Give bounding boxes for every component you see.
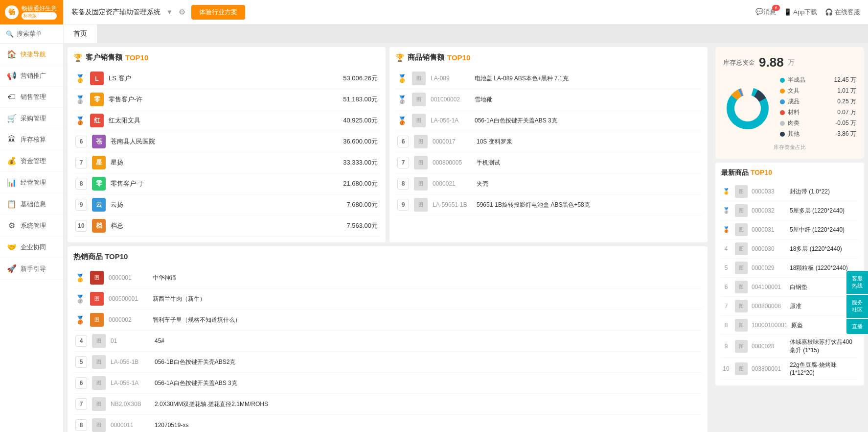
sidebar-item-sales[interactable]: 🏷 销售管理 bbox=[0, 87, 63, 108]
hot-code-8: 0000011 bbox=[111, 422, 150, 429]
product-code-3: LA-056-1A bbox=[431, 117, 470, 124]
topbar: 装备及固定资产辅助管理系统 ▼ ⚙ 体验行业方案 💬 消息 6 📱 App下载 … bbox=[64, 0, 868, 24]
product-img-7: 图 bbox=[414, 198, 428, 212]
sidebar-item-system[interactable]: ⚙ 系统管理 bbox=[0, 215, 63, 237]
legend-dot-2 bbox=[780, 99, 785, 104]
hot-products-list: 🥇 图 0000001 中华神蹄 🥈 图 000500001 新西兰牛肉（新牛）… bbox=[73, 267, 702, 432]
settings-icon[interactable]: ⚙ bbox=[179, 7, 185, 17]
top-two-col: 🏆 客户销售额 TOP10 🥇 L LS 客户 53,006.26元 🥈 bbox=[68, 47, 708, 242]
system-name: 装备及固定资产辅助管理系统 bbox=[71, 8, 160, 17]
logo-text-area: 畅捷通好生意 标准版 bbox=[22, 5, 57, 20]
product-name-5: 手机测试 bbox=[477, 159, 700, 167]
product-code-4: 0000017 bbox=[433, 138, 472, 145]
sidebar-item-operations[interactable]: 📊 经营管理 bbox=[0, 172, 63, 193]
newest-img-7: 图 bbox=[735, 300, 748, 312]
p-rank-5: 7 bbox=[397, 157, 409, 168]
inventory-card: 库存总资金 9.88 万 bbox=[715, 47, 864, 159]
newest-item: 7 图 000800008 原准 bbox=[721, 297, 858, 316]
float-btn-live[interactable]: 直播 bbox=[846, 319, 868, 334]
sidebar-item-inventory[interactable]: 🏛 库存核算 bbox=[0, 129, 63, 150]
hot-products-section: 热销商品 TOP10 🥇 图 0000001 中华神蹄 🥈 图 00050000… bbox=[68, 246, 708, 432]
customer-name-3: 红太阳文具 bbox=[109, 116, 338, 125]
hot-code-5: LA-056-1B bbox=[111, 359, 150, 365]
rank-item: 🥈 图 001000002 雪地靴 bbox=[395, 89, 702, 110]
hot-name-3: 智利车子里（规格不知道填什么） bbox=[153, 316, 700, 324]
customer-top10-badge: TOP10 bbox=[125, 53, 148, 62]
dropdown-arrow[interactable]: ▼ bbox=[166, 8, 173, 16]
sidebar-item-purchase[interactable]: 🛒 采购管理 bbox=[0, 108, 63, 129]
rank-num-8: 10 bbox=[75, 220, 87, 232]
newest-img-6: 图 bbox=[735, 281, 748, 293]
customer-sales-section: 🏆 客户销售额 TOP10 🥇 L LS 客户 53,006.26元 🥈 bbox=[68, 47, 386, 242]
product-code-6: 0000021 bbox=[433, 180, 472, 187]
newest-item: 🥇 图 0000033 封边带 (1.0*22) bbox=[721, 182, 858, 201]
newest-img-5: 图 bbox=[735, 262, 748, 274]
online-service[interactable]: 🎧 在线客服 bbox=[825, 8, 860, 17]
newest-item: 🥈 图 0000032 5厘多层 (1220*2440) bbox=[721, 201, 858, 220]
rank-item: 7 星 星扬 33,333.00元 bbox=[73, 152, 380, 173]
hot-rank-item: 6 图 LA-056-1A 056-1A白色按键开关盖ABS 3克 bbox=[73, 373, 702, 394]
float-btn-service[interactable]: 客服 热线 bbox=[846, 271, 868, 294]
product-rank-list: 🥇 图 LA-089 电池盖 LA-089 ABS本色+黑种 7.1克 🥈 图 … bbox=[395, 68, 702, 216]
customer-value-1: 53,006.26元 bbox=[343, 74, 378, 83]
newest-code-6: 004100001 bbox=[752, 284, 786, 290]
purchase-icon: 🛒 bbox=[7, 114, 17, 123]
legend-dot-5 bbox=[780, 132, 785, 137]
avatar-5: 星 bbox=[92, 156, 106, 169]
sidebar-item-marketing[interactable]: 📢 营销推广 bbox=[0, 65, 63, 87]
main-area: 装备及固定资产辅助管理系统 ▼ ⚙ 体验行业方案 💬 消息 6 📱 App下载 … bbox=[64, 0, 868, 432]
hot-medal-3: 🥉 bbox=[75, 315, 85, 325]
messages-badge: 6 bbox=[772, 5, 780, 11]
trial-button[interactable]: 体验行业方案 bbox=[191, 5, 245, 20]
app-download-label: App下载 bbox=[793, 8, 817, 16]
product-code-7: LA-59651-1B bbox=[433, 201, 472, 208]
avatar-8: 档 bbox=[92, 219, 106, 233]
rank-item: 8 零 零售客户-于 21,680.00元 bbox=[73, 173, 380, 194]
hot-rank-7: 7 bbox=[75, 398, 87, 410]
sidebar-item-label: 企业协同 bbox=[21, 243, 46, 252]
customer-value-7: 7,680.00元 bbox=[346, 200, 378, 209]
tab-home[interactable]: 首页 bbox=[64, 24, 97, 43]
sidebar-item-collab[interactable]: 🤝 企业协同 bbox=[0, 237, 63, 258]
sidebar-item-basic-info[interactable]: 📋 基础信息 bbox=[0, 193, 63, 215]
sidebar-item-home[interactable]: 🏠 快捷导航 bbox=[0, 44, 63, 65]
newest-name-2: 5厘多层 (1220*2440) bbox=[790, 207, 858, 215]
legend-value-3: 0.07 万 bbox=[827, 108, 856, 117]
donut-chart-container: 半成品 12.45 万 文具 1.01 万 成品 0.25 万 bbox=[723, 76, 856, 141]
hot-img-1: 图 bbox=[90, 271, 104, 285]
newest-item: 5 图 0000029 18颗粒板 (1220*2440) bbox=[721, 259, 858, 278]
online-service-label: 在线客服 bbox=[835, 8, 860, 16]
guide-icon: 🚀 bbox=[7, 264, 17, 273]
legend-item-1: 文具 1.01 万 bbox=[780, 87, 856, 95]
legend-item-5: 其他 -3.86 万 bbox=[780, 130, 856, 138]
product-sales-section: 🏆 商品销售额 TOP10 🥇 图 LA-089 电池盖 LA-089 ABS本… bbox=[389, 47, 708, 242]
customer-name-1: LS 客户 bbox=[109, 74, 338, 83]
product-medal-1: 🥇 bbox=[397, 74, 407, 83]
app-download[interactable]: 📱 App下载 bbox=[784, 8, 817, 17]
customer-value-4: 36,600.00元 bbox=[343, 137, 378, 146]
product-img-4: 图 bbox=[414, 135, 428, 148]
sidebar-item-label: 资金管理 bbox=[21, 157, 46, 166]
rank-num-5: 7 bbox=[75, 157, 87, 168]
newest-name-4: 18多层 (1220*2440) bbox=[790, 245, 858, 253]
sidebar-item-guide[interactable]: 🚀 新手引导 bbox=[0, 258, 63, 280]
legend-name-4: 肉类 bbox=[788, 119, 824, 127]
newest-img-9: 图 bbox=[735, 340, 748, 353]
sidebar-item-finance[interactable]: 💰 资金管理 bbox=[0, 150, 63, 172]
topbar-actions: 💬 消息 6 📱 App下载 🎧 在线客服 bbox=[755, 8, 860, 17]
newest-item: 10 图 003800001 22g鱼豆腐-烧烤味 (1*12*20) bbox=[721, 358, 858, 380]
hot-rank-5: 5 bbox=[75, 356, 87, 368]
legend-value-5: -3.86 万 bbox=[827, 130, 856, 138]
product-name-1: 电池盖 LA-089 ABS本色+黑种 7.1克 bbox=[475, 74, 700, 83]
legend-dot-3 bbox=[780, 110, 785, 115]
product-name-7: 59651-1B旋转投影灯电池盒 ABS黑色+58克 bbox=[477, 201, 700, 209]
donut-chart bbox=[723, 84, 772, 133]
newest-rank-8: 8 bbox=[721, 322, 731, 329]
float-btn-community[interactable]: 服务 社区 bbox=[846, 295, 868, 318]
newest-item: 6 图 004100001 白钢垫 bbox=[721, 278, 858, 297]
sidebar-item-label: 经营管理 bbox=[21, 178, 46, 187]
rank-item: 🥇 L LS 客户 53,006.26元 bbox=[73, 68, 380, 89]
messages-wrap[interactable]: 💬 消息 6 bbox=[755, 8, 776, 17]
hot-rank-item: 5 图 LA-056-1B 056-1B白色按键开关壳ABS2克 bbox=[73, 352, 702, 373]
search-menu[interactable]: 🔍 搜索菜单 bbox=[0, 24, 63, 44]
